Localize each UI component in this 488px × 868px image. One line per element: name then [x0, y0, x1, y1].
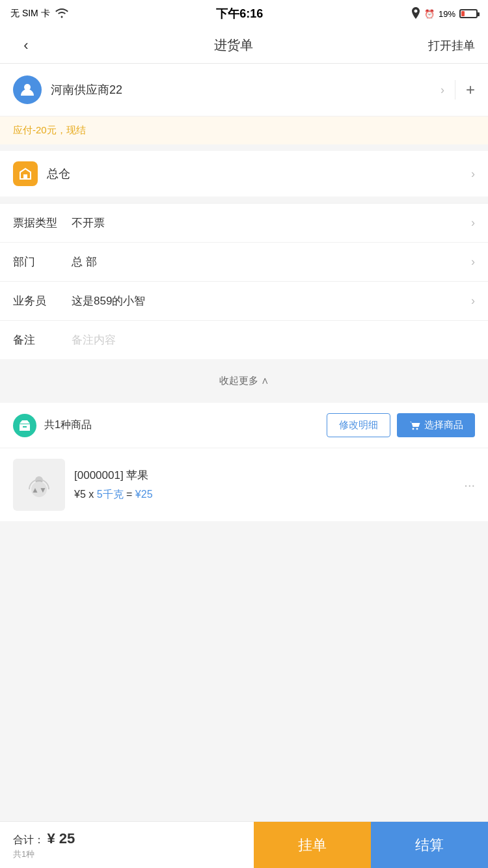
- remark-label: 备注: [13, 332, 72, 347]
- carrier-label: 无 SIM 卡: [10, 8, 50, 20]
- add-button[interactable]: +: [466, 81, 475, 99]
- page-title: 进货单: [214, 36, 253, 54]
- supplier-row[interactable]: 河南供应商22 › +: [0, 64, 488, 116]
- salesperson-label: 业务员: [13, 293, 72, 308]
- total-count: 共1种: [13, 848, 241, 860]
- total-label: 合计：: [13, 834, 44, 845]
- back-button[interactable]: ‹: [13, 33, 39, 59]
- notice-bar: 应付-20元，现结: [0, 116, 488, 144]
- divider: [455, 80, 455, 100]
- collapse-label: 收起更多 ∧: [219, 375, 269, 387]
- remark-input[interactable]: 备注内容: [72, 332, 475, 347]
- alarm-icon: ⏰: [424, 9, 435, 19]
- supplier-section: 河南供应商22 › + 应付-20元，现结: [0, 64, 488, 144]
- invoice-type-chevron-icon: ›: [471, 216, 475, 230]
- svg-text:▲▼: ▲▼: [31, 485, 47, 495]
- select-product-button[interactable]: 选择商品: [397, 413, 475, 437]
- product-item: ▲▼ [0000001] 苹果 ¥5 x 5千克 = ¥25 ···: [0, 448, 488, 521]
- status-bar: 无 SIM 卡 下午6:16 ⏰ 19%: [0, 0, 488, 27]
- supplier-chevron-icon: ›: [441, 83, 444, 97]
- open-pending-button[interactable]: 打开挂单: [428, 38, 475, 53]
- product-info: [0000001] 苹果 ¥5 x 5千克 = ¥25: [74, 468, 455, 502]
- product-actions: 修改明细 选择商品: [327, 413, 475, 437]
- product-price-sep: x: [88, 489, 96, 500]
- product-section-icon: [13, 414, 36, 437]
- product-more-button[interactable]: ···: [464, 478, 475, 493]
- total-row: 合计： ¥ 25: [13, 830, 241, 847]
- product-thumbnail: ▲▼: [13, 459, 65, 511]
- svg-point-1: [413, 427, 414, 429]
- department-value: 总 部: [72, 254, 466, 269]
- status-right: ⏰ 19%: [411, 7, 478, 21]
- total-area: 合计： ¥ 25 共1种: [0, 822, 254, 868]
- form-section: 票据类型 不开票 › 部门 总 部 › 业务员 这是859的小智 › 备注 备注…: [0, 203, 488, 359]
- supplier-avatar: [13, 75, 42, 104]
- remark-row[interactable]: 备注 备注内容: [0, 320, 488, 359]
- edit-detail-button[interactable]: 修改明细: [327, 413, 390, 437]
- battery-icon: [459, 9, 478, 18]
- wifi-icon: [55, 8, 68, 20]
- collapse-row[interactable]: 收起更多 ∧: [0, 366, 488, 396]
- product-header: 共1种商品 修改明细 选择商品: [0, 403, 488, 448]
- hang-button[interactable]: 挂单: [254, 822, 371, 868]
- product-code: [0000001]: [74, 469, 124, 481]
- salesperson-value: 这是859的小智: [72, 293, 466, 308]
- department-chevron-icon: ›: [471, 255, 475, 269]
- product-title: 苹果: [126, 469, 148, 481]
- warehouse-name: 总仓: [47, 166, 466, 182]
- invoice-type-value: 不开票: [72, 215, 466, 230]
- battery-percentage: 19%: [439, 9, 455, 19]
- warehouse-row[interactable]: 总仓 ›: [0, 151, 488, 197]
- select-product-label: 选择商品: [424, 419, 463, 431]
- warehouse-section: 总仓 ›: [0, 151, 488, 197]
- salesperson-row[interactable]: 业务员 这是859的小智 ›: [0, 281, 488, 320]
- department-row[interactable]: 部门 总 部 ›: [0, 242, 488, 281]
- product-name: [0000001] 苹果: [74, 468, 455, 483]
- invoice-type-label: 票据类型: [13, 215, 72, 230]
- product-total: ¥25: [135, 489, 153, 500]
- product-equals: =: [126, 489, 135, 500]
- product-quantity: 5千克: [97, 489, 124, 500]
- nav-bar: ‹ 进货单 打开挂单: [0, 27, 488, 64]
- department-label: 部门: [13, 254, 72, 269]
- product-count-text: 共1种商品: [44, 418, 92, 432]
- warehouse-chevron-icon: ›: [471, 167, 475, 181]
- location-icon: [411, 7, 420, 21]
- product-unit-price: ¥5: [74, 489, 86, 500]
- product-count-area: 共1种商品: [13, 414, 92, 437]
- supplier-name: 河南供应商22: [51, 82, 435, 98]
- warehouse-icon: [13, 161, 38, 186]
- status-left: 无 SIM 卡: [10, 8, 68, 20]
- bottom-bar: 合计： ¥ 25 共1种 挂单 结算: [0, 821, 488, 868]
- svg-point-2: [416, 427, 418, 429]
- product-price-row: ¥5 x 5千克 = ¥25: [74, 488, 455, 502]
- settle-button[interactable]: 结算: [371, 822, 488, 868]
- salesperson-chevron-icon: ›: [471, 294, 475, 308]
- product-section: 共1种商品 修改明细 选择商品 ▲▼: [0, 403, 488, 521]
- total-amount: ¥ 25: [47, 830, 75, 847]
- status-time: 下午6:16: [216, 6, 263, 21]
- bottom-spacer: [0, 528, 488, 580]
- invoice-type-row[interactable]: 票据类型 不开票 ›: [0, 203, 488, 242]
